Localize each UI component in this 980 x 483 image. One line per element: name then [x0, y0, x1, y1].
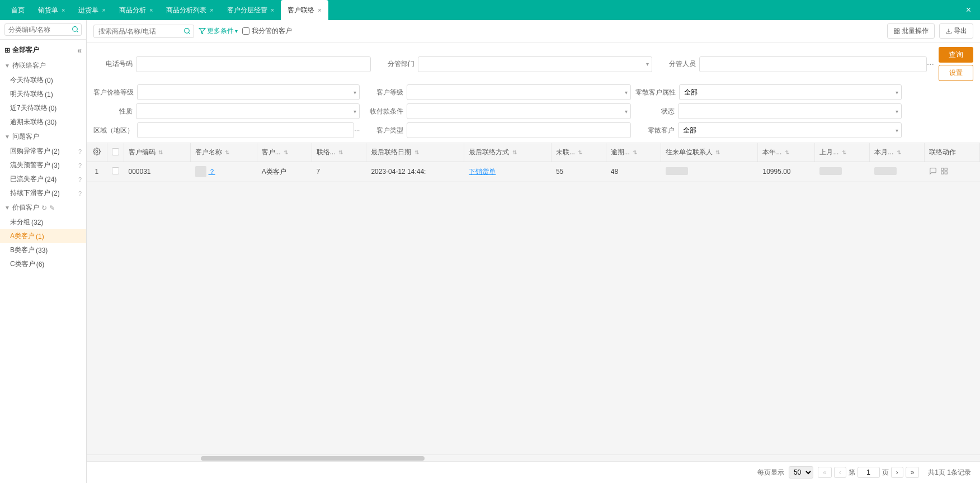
filter-more-btn[interactable]: 更多条件 ▾ [199, 26, 238, 36]
filter-retail-customer-select[interactable]: 全部 [678, 122, 902, 138]
sidebar-search-icon[interactable] [72, 26, 79, 33]
filter-customer-level-select[interactable] [407, 84, 630, 100]
sort-code-icon[interactable]: ⇅ [158, 149, 163, 155]
th-current-month-label: 本月... [874, 148, 893, 156]
horizontal-scrollbar[interactable] [87, 454, 980, 461]
row-checkbox[interactable] [112, 167, 119, 174]
scrollbar-thumb[interactable] [201, 456, 425, 461]
filter-manager-input[interactable] [699, 56, 926, 72]
nav-tab-customer-contact[interactable]: 客户联络 × [281, 0, 328, 20]
sidebar-group-title-pending[interactable]: ▼ 待联络客户 [0, 58, 86, 73]
help-icon-3[interactable]: ? [78, 176, 82, 183]
sort-name-icon[interactable]: ⇅ [225, 149, 229, 155]
sidebar-item-7days[interactable]: 近7天待联络 (0) [0, 101, 86, 115]
filter-customer-type-input[interactable] [407, 122, 630, 138]
sidebar-item-tomorrow[interactable]: 明天待联络 (1) [0, 87, 86, 101]
sort-last-contact-date-icon[interactable]: ⇅ [414, 149, 419, 155]
nav-tab-customer-segment[interactable]: 客户分层经营 × [220, 0, 281, 20]
page-input[interactable] [858, 467, 880, 478]
close-purchase-tab[interactable]: × [102, 7, 105, 13]
sidebar-collapse-btn[interactable]: « [77, 46, 82, 55]
close-customer-segment-tab[interactable]: × [271, 7, 274, 13]
sidebar-group-title-problem[interactable]: ▼ 问题客户 [0, 129, 86, 144]
sort-overdue-icon[interactable]: ⇅ [633, 149, 637, 155]
settings-btn[interactable]: 设置 [939, 65, 973, 81]
th-last-contact-method-label: 最后联络方式 [469, 148, 509, 156]
sidebar-item-class-b[interactable]: B类客户 (33) [0, 243, 86, 257]
help-icon-2[interactable]: ? [78, 162, 82, 169]
help-icon-4[interactable]: ? [78, 190, 82, 197]
nav-tab-product-list[interactable]: 商品分析列表 × [159, 0, 220, 20]
filter-phone-input[interactable] [136, 56, 371, 72]
td-last-contact-method[interactable]: 下销货单 [464, 162, 552, 182]
sidebar-group-title-value[interactable]: ▼ 价值客户 ↻ ✎ [0, 200, 86, 215]
sidebar-item-today[interactable]: 今天待联络 (0) [0, 73, 86, 87]
sidebar-search-input[interactable] [4, 23, 82, 36]
th-settings[interactable] [87, 143, 107, 162]
nav-tab-purchase[interactable]: 进货单 × [72, 0, 112, 20]
sidebar-item-class-c[interactable]: C类客户 (6) [0, 257, 86, 271]
filter-nature-select[interactable] [136, 103, 360, 119]
my-customers-checkbox[interactable]: 我分管的客户 [242, 26, 292, 36]
sort-last-contact-method-icon[interactable]: ⇅ [512, 149, 517, 155]
sort-current-month-icon[interactable]: ⇅ [897, 149, 901, 155]
td-name[interactable]: ？ [190, 162, 257, 182]
sidebar-item-repurchase-anomaly[interactable]: 回购异常客户 (2) ? [0, 144, 86, 158]
last-contact-method-link[interactable]: 下销货单 [469, 168, 496, 176]
filter-payment-select[interactable] [407, 103, 630, 119]
close-product-analysis-tab[interactable]: × [149, 7, 153, 13]
batch-action-btn[interactable]: 批量操作 [887, 23, 935, 39]
filter-search-icon[interactable] [183, 27, 191, 35]
nav-tab-product-analysis[interactable]: 商品分析 × [112, 0, 159, 20]
customer-name-link[interactable]: ？ [209, 167, 215, 177]
sidebar-item-churned[interactable]: 已流失客户 (24) ? [0, 172, 86, 186]
per-page-select[interactable]: 50 [789, 466, 813, 479]
last-page-btn[interactable]: » [906, 467, 920, 478]
close-sales-tab[interactable]: × [62, 7, 65, 13]
select-all-checkbox[interactable] [112, 148, 119, 155]
region-dots-btn[interactable]: ··· [354, 126, 360, 134]
sort-last-month-icon[interactable]: ⇅ [842, 149, 846, 155]
svg-line-3 [189, 32, 190, 34]
message-icon[interactable] [929, 167, 937, 177]
qr-icon[interactable] [940, 167, 948, 177]
th-check[interactable] [107, 143, 124, 162]
edit-icon[interactable]: ✎ [49, 204, 55, 212]
sidebar-item-overdue[interactable]: 逾期未联络 (30) [0, 115, 86, 129]
export-btn[interactable]: 导出 [939, 23, 973, 39]
sort-contact-person-icon[interactable]: ⇅ [715, 149, 720, 155]
sidebar-item-declining[interactable]: 持续下滑客户 (2) ? [0, 186, 86, 200]
my-customers-check-input[interactable] [242, 27, 249, 35]
filter-dept-select[interactable] [418, 56, 653, 72]
sort-no-contact-icon[interactable]: ⇅ [578, 149, 582, 155]
refresh-icon[interactable]: ↻ [41, 204, 47, 212]
td-check[interactable] [107, 162, 124, 182]
filter-price-level-select[interactable] [137, 84, 360, 100]
sidebar-item-unclassified[interactable]: 未分组 (32) [0, 215, 86, 229]
help-icon-1[interactable]: ? [78, 148, 82, 155]
next-page-btn[interactable]: › [891, 467, 903, 478]
sort-type-icon[interactable]: ⇅ [284, 149, 288, 155]
td-num: 1 [87, 162, 107, 182]
first-page-btn[interactable]: « [818, 467, 832, 478]
filter-status: 状态 ▾ [635, 103, 902, 119]
filter-retail-attr-select[interactable]: 全部 [679, 84, 902, 100]
filter-status-select[interactable] [678, 103, 902, 119]
query-btn[interactable]: 查询 [939, 47, 973, 63]
filter-region-input[interactable] [137, 122, 354, 138]
sidebar-item-class-a[interactable]: A类客户 (1) [0, 229, 86, 243]
filter-search-input[interactable] [93, 25, 194, 38]
prev-page-btn[interactable]: ‹ [834, 467, 846, 478]
nav-tab-sales[interactable]: 销货单 × [31, 0, 72, 20]
sidebar-all-customers[interactable]: ⊞ 全部客户 « [0, 42, 86, 58]
filter-icon [199, 27, 206, 35]
manager-dots-btn[interactable]: ··· [927, 60, 934, 69]
sort-current-year-icon[interactable]: ⇅ [785, 149, 789, 155]
close-product-list-tab[interactable]: × [210, 7, 213, 13]
th-action: 联络动作 [925, 143, 980, 162]
close-customer-contact-tab[interactable]: × [318, 7, 321, 13]
nav-tab-home[interactable]: 首页 [4, 0, 31, 20]
sort-contact-count-icon[interactable]: ⇅ [338, 149, 343, 155]
close-all-tabs[interactable]: × [962, 3, 976, 17]
sidebar-item-churn-warning[interactable]: 流失预警客户 (3) ? [0, 158, 86, 172]
